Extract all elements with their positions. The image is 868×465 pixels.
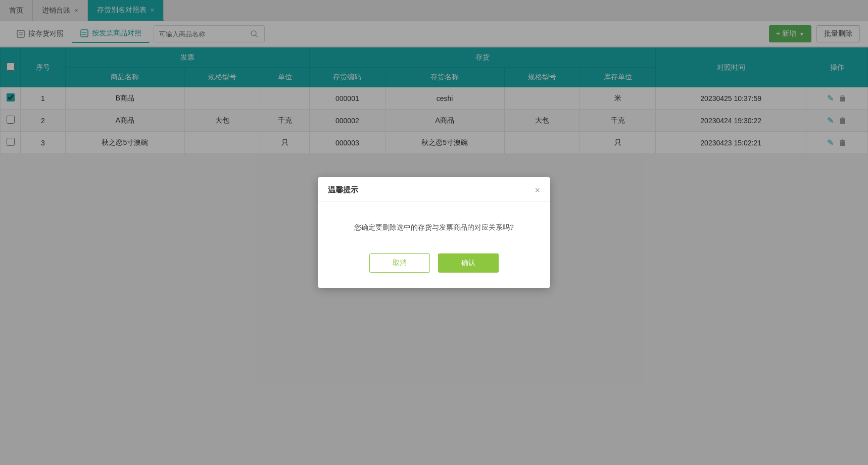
confirm-button[interactable]: 确认 xyxy=(438,253,499,273)
modal-footer: 取消 确认 xyxy=(318,248,550,288)
cancel-button[interactable]: 取消 xyxy=(369,253,430,273)
modal-title: 温馨提示 xyxy=(328,185,358,195)
confirm-modal: 温馨提示 × 您确定要删除选中的存货与发票商品的对应关系吗? 取消 确认 xyxy=(318,177,550,287)
modal-message: 您确定要删除选中的存货与发票商品的对应关系吗? xyxy=(354,223,514,231)
modal-overlay: 温馨提示 × 您确定要删除选中的存货与发票商品的对应关系吗? 取消 确认 xyxy=(0,0,868,465)
modal-header: 温馨提示 × xyxy=(318,177,550,201)
modal-close-button[interactable]: × xyxy=(535,186,540,195)
modal-body: 您确定要删除选中的存货与发票商品的对应关系吗? xyxy=(318,201,550,248)
